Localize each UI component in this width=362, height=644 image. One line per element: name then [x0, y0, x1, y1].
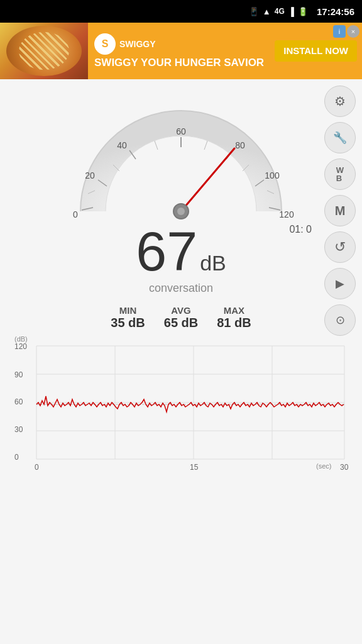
- svg-text:0: 0: [73, 209, 78, 219]
- chart-svg: 120 90 60 30 0 (dB) 0 15 30 (sec): [6, 336, 356, 475]
- max-value: 81 dB: [217, 316, 251, 330]
- compass-button[interactable]: ⊙: [324, 304, 356, 336]
- ad-content: S SWIGGY SWIGGY YOUR HUNGER SAVIOR: [88, 28, 275, 74]
- side-buttons: ⚙ 🔧 WB M ↺ ▶ ⊙: [324, 86, 356, 336]
- reset-button[interactable]: ↺: [324, 231, 356, 263]
- wrench-icon: 🔧: [333, 131, 347, 145]
- swiggy-logo: S: [94, 33, 116, 55]
- svg-text:40: 40: [117, 140, 127, 150]
- 4g-icon: 4G: [275, 7, 285, 16]
- ad-tagline: SWIGGY YOUR HUNGER SAVIOR: [94, 57, 264, 69]
- svg-text:30: 30: [14, 425, 23, 434]
- svg-text:90: 90: [14, 370, 23, 379]
- reading-area: 01: 0 67 dB conversation: [0, 224, 362, 295]
- svg-text:60: 60: [14, 397, 23, 406]
- db-unit: dB: [200, 251, 226, 275]
- swiggy-brand: SWIGGY: [119, 39, 156, 49]
- sound-label: conversation: [149, 282, 213, 295]
- ad-banner: S SWIGGY SWIGGY YOUR HUNGER SAVIOR INSTA…: [0, 23, 362, 79]
- wb-button[interactable]: WB: [324, 158, 356, 190]
- gear-icon: ⚙: [334, 94, 346, 109]
- m-icon: M: [335, 204, 346, 218]
- battery-icon: 🔋: [298, 7, 308, 16]
- max-stat: MAX 81 dB: [217, 305, 251, 330]
- ad-close-button[interactable]: ×: [347, 25, 359, 38]
- time-display: 17:24:56: [317, 6, 354, 17]
- svg-text:100: 100: [265, 170, 280, 180]
- m-button[interactable]: M: [324, 195, 356, 226]
- min-stat: MIN 35 dB: [111, 305, 145, 330]
- min-value: 35 dB: [111, 316, 145, 330]
- gauge-container: 0 20 40 60 80 100 120: [0, 79, 362, 230]
- settings-button[interactable]: ⚙: [324, 86, 356, 117]
- avg-label: AVG: [171, 305, 190, 316]
- status-bar: 📱 ▲ 4G ▐ 🔋 17:24:56: [0, 0, 362, 23]
- avg-stat: AVG 65 dB: [164, 305, 198, 330]
- reset-icon: ↺: [334, 239, 346, 255]
- svg-text:(sec): (sec): [316, 462, 331, 470]
- swiggy-logo-area: S SWIGGY: [94, 33, 156, 55]
- chart-container: 120 90 60 30 0 (dB) 0 15 30 (sec): [6, 336, 356, 644]
- ad-info-button[interactable]: i: [333, 25, 346, 38]
- svg-text:(dB): (dB): [14, 336, 28, 343]
- play-icon: ▶: [336, 277, 344, 291]
- max-label: MAX: [224, 305, 244, 316]
- svg-text:15: 15: [190, 463, 199, 472]
- wifi-icon: ▲: [263, 7, 271, 16]
- install-now-button[interactable]: INSTALL NOW: [275, 40, 357, 62]
- min-label: MIN: [119, 305, 137, 316]
- phone-icon: 📱: [249, 7, 259, 16]
- svg-text:30: 30: [340, 463, 349, 472]
- gauge-display: 0 20 40 60 80 100 120: [62, 92, 300, 230]
- svg-text:60: 60: [176, 126, 186, 136]
- svg-text:0: 0: [35, 463, 39, 472]
- db-reading: 67 dB: [136, 224, 226, 279]
- svg-text:20: 20: [85, 170, 95, 180]
- signal-icon: ▐: [288, 7, 294, 16]
- compass-icon: ⊙: [336, 313, 345, 327]
- db-value: 67: [136, 224, 197, 279]
- svg-point-22: [177, 208, 185, 215]
- svg-text:80: 80: [235, 140, 245, 150]
- timer-display: 01: 0: [289, 224, 312, 235]
- app-main: ⚙ 🔧 WB M ↺ ▶ ⊙: [0, 79, 362, 644]
- svg-text:0: 0: [14, 453, 19, 462]
- wrench-button[interactable]: 🔧: [324, 122, 356, 153]
- svg-text:120: 120: [14, 342, 27, 351]
- wb-icon: WB: [336, 166, 344, 182]
- avg-value: 65 dB: [164, 316, 198, 330]
- play-button[interactable]: ▶: [324, 268, 356, 299]
- stats-row: MIN 35 dB AVG 65 dB MAX 81 dB: [0, 305, 362, 330]
- ad-food-image: [0, 23, 88, 79]
- svg-text:120: 120: [279, 209, 294, 219]
